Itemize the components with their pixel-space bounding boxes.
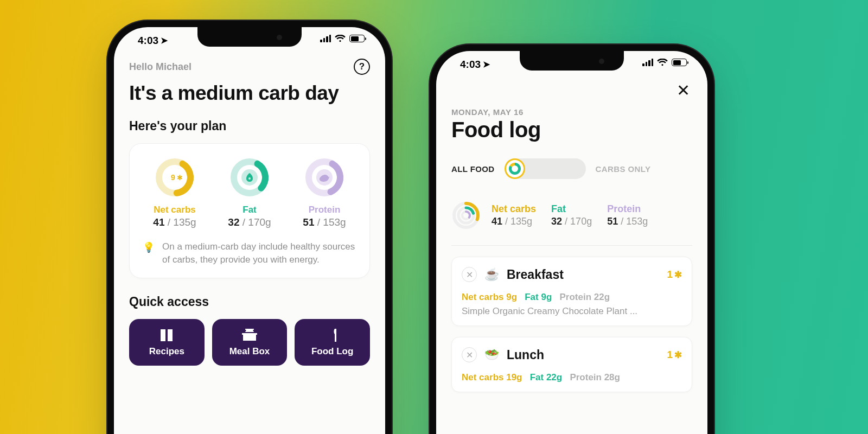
phone-notch bbox=[520, 51, 624, 71]
meal-count: 1✱ bbox=[667, 269, 682, 280]
page-title: It's a medium carb day bbox=[129, 82, 370, 105]
date-label: MONDAY, MAY 16 bbox=[451, 107, 692, 117]
view-toggle: ALL FOOD CARBS ONLY bbox=[451, 158, 692, 179]
page-title: Food log bbox=[451, 118, 692, 142]
grain-icon: ✱ bbox=[674, 349, 682, 361]
toggle-knob bbox=[506, 160, 524, 177]
toggle-all-food[interactable]: ALL FOOD bbox=[451, 164, 495, 174]
summary-protein: Protein 51 / 153g bbox=[607, 203, 648, 227]
location-icon: ➤ bbox=[161, 35, 168, 46]
battery-icon bbox=[672, 59, 687, 66]
foodlog-icon bbox=[325, 328, 340, 343]
svg-point-6 bbox=[248, 177, 251, 180]
meal-card-breakfast[interactable]: ✕ ☕ Breakfast 1✱ Net carbs 9g Fat 9g Pro… bbox=[451, 257, 692, 326]
foodlog-button[interactable]: Food Log bbox=[295, 319, 370, 366]
meal-item: Simple Organic Creamy Chocolate Plant ..… bbox=[462, 306, 682, 317]
phone-notch bbox=[197, 27, 302, 47]
toggle-carbs-only[interactable]: CARBS ONLY bbox=[596, 164, 651, 174]
macro-label: Protein bbox=[287, 205, 362, 215]
fat-ring-icon bbox=[228, 156, 271, 199]
meal-name: Breakfast bbox=[507, 267, 564, 282]
salad-icon: 🥗 bbox=[484, 348, 499, 362]
location-icon: ➤ bbox=[483, 59, 490, 69]
phone-foodlog: 4:03 ➤ ✕ MONDAY, MAY 16 Food log ALL FOO… bbox=[436, 51, 707, 434]
macro-value: 41 / 135g bbox=[137, 216, 212, 228]
macro-protein[interactable]: Protein 51 / 153g bbox=[287, 156, 362, 228]
greeting-text: Hello Michael bbox=[129, 61, 192, 73]
cellular-icon bbox=[320, 35, 331, 42]
protein-ring-icon bbox=[303, 156, 346, 199]
macro-value: 32 / 170g bbox=[212, 216, 287, 228]
meal-macros: Net carbs 19g Fat 22g Protein 28g bbox=[462, 372, 682, 383]
grain-icon: ✱ bbox=[674, 269, 682, 280]
lightbulb-icon: 💡 bbox=[143, 241, 155, 253]
battery-icon bbox=[349, 35, 365, 42]
toggle-switch[interactable] bbox=[505, 158, 586, 179]
meal-name: Lunch bbox=[507, 348, 544, 362]
macro-label: Net carbs bbox=[137, 205, 212, 215]
close-button[interactable]: ✕ bbox=[676, 82, 690, 99]
help-button[interactable]: ? bbox=[354, 59, 370, 75]
macro-summary: Net carbs 41 / 135g Fat 32 / 170g Protei… bbox=[451, 201, 692, 230]
meal-macros: Net carbs 9g Fat 9g Protein 22g bbox=[462, 292, 682, 303]
summary-ring-icon bbox=[451, 201, 481, 230]
recipes-icon bbox=[158, 328, 175, 343]
svg-text:✱: ✱ bbox=[177, 174, 183, 182]
macro-label: Fat bbox=[212, 205, 287, 215]
recipes-button[interactable]: Recipes bbox=[129, 319, 205, 366]
status-time: 4:03 bbox=[138, 35, 158, 47]
plan-card: 9 ✱ Net carbs 41 / 135g bbox=[129, 143, 370, 278]
carbs-ring-icon: 9 ✱ bbox=[153, 156, 196, 199]
tip-row: 💡 On a medium-carb day include healthy s… bbox=[137, 240, 362, 267]
divider bbox=[451, 245, 692, 246]
cellular-icon bbox=[642, 59, 653, 66]
remove-meal-button[interactable]: ✕ bbox=[462, 347, 477, 362]
wifi-icon bbox=[335, 35, 346, 42]
mealbox-icon bbox=[241, 328, 258, 343]
mealbox-button[interactable]: Meal Box bbox=[212, 319, 288, 366]
status-time: 4:03 bbox=[460, 59, 481, 71]
meal-card-lunch[interactable]: ✕ 🥗 Lunch 1✱ Net carbs 19g Fat 22g Prote… bbox=[451, 337, 692, 392]
wifi-icon bbox=[657, 59, 668, 66]
remove-meal-button[interactable]: ✕ bbox=[462, 267, 477, 282]
macro-carbs[interactable]: 9 ✱ Net carbs 41 / 135g bbox=[137, 156, 212, 228]
phone-home: 4:03 ➤ Hello Michael ? It's a medium car… bbox=[114, 27, 385, 434]
coffee-icon: ☕ bbox=[484, 267, 499, 282]
macro-fat[interactable]: Fat 32 / 170g bbox=[212, 156, 287, 228]
summary-carbs: Net carbs 41 / 135g bbox=[492, 203, 536, 227]
meal-count: 1✱ bbox=[667, 349, 682, 361]
macro-value: 51 / 153g bbox=[287, 216, 362, 228]
summary-fat: Fat 32 / 170g bbox=[551, 203, 592, 227]
tip-text: On a medium-carb day include healthy sou… bbox=[162, 240, 356, 267]
plan-header: Here's your plan bbox=[129, 119, 370, 133]
quick-access-header: Quick access bbox=[129, 295, 370, 309]
ring-badge: 9 bbox=[171, 173, 175, 182]
